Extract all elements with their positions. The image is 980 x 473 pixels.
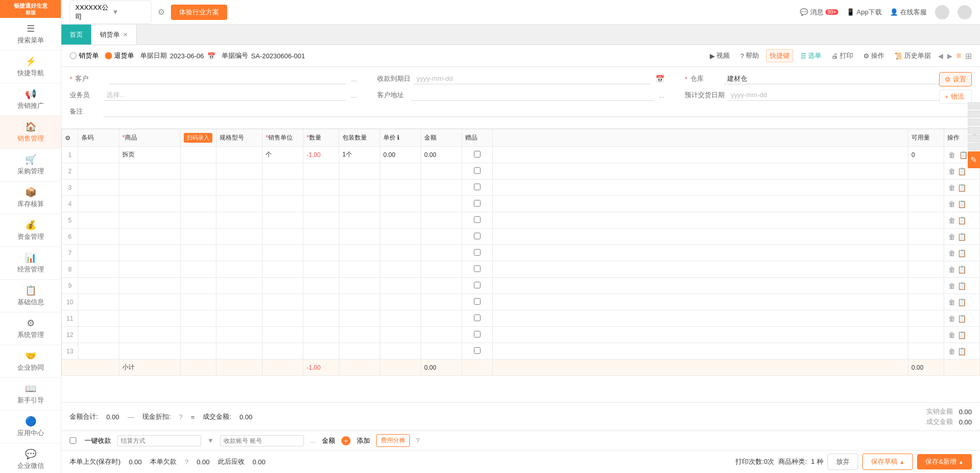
copy-row-icon[interactable]: 📋 [957,331,966,339]
gift-checkbox[interactable] [474,233,481,239]
gift-checkbox[interactable] [474,200,481,207]
credit-help-icon[interactable]: ? [185,458,188,466]
toolbar-btn-history[interactable]: 📜 历史单据 [891,50,934,62]
gift-checkbox[interactable] [474,298,481,305]
company-selector[interactable]: XXXXXX公司 ▼ [70,1,151,24]
delete-row-icon[interactable]: 🗑 [948,233,955,241]
toolbar-btn-video[interactable]: ▶ 视频 [707,50,733,62]
delete-row-icon[interactable]: 🗑 [948,184,955,192]
copy-row-icon[interactable]: 📋 [957,347,966,355]
delete-row-icon[interactable]: 🗑 [948,331,955,339]
delete-row-icon[interactable]: 🗑 [948,167,955,175]
expense-split-btn[interactable]: 费用分摊 [376,434,410,447]
gift-checkbox[interactable] [474,347,481,354]
help-icon2[interactable]: ? [179,413,183,421]
delete-row-icon[interactable]: 🗑 [948,282,955,290]
salesperson-dots[interactable]: ... [351,92,357,99]
view-grid-icon[interactable]: ⊞ [965,51,972,61]
online-service-btn[interactable]: 👤 在线客服 [890,8,927,17]
sidebar-item-basic-info[interactable]: 📋 基础信息 [0,280,61,312]
payment-due-input[interactable] [413,73,650,84]
customer-address-input[interactable] [411,89,654,101]
customer-dots[interactable]: ... [351,75,357,83]
delete-row-icon[interactable]: 🗑 [948,249,955,257]
log-btn[interactable]: 日志 [968,127,980,134]
one-click-payment-checkbox[interactable] [70,437,76,444]
gift-checkbox[interactable] [474,331,481,337]
gift-checkbox[interactable] [474,314,481,321]
sidebar-item-enterprise[interactable]: 🤝 企业协同 [0,345,61,378]
gift-checkbox[interactable] [474,265,481,272]
gift-checkbox[interactable] [474,282,481,288]
customer-address-dots[interactable]: ... [659,92,664,99]
action-panel-btn[interactable]: ✎ [968,151,980,168]
approval-btn[interactable]: 审批 [968,135,980,142]
sidebar-item-operations[interactable]: 📊 经营管理 [0,247,61,280]
sidebar-item-finance[interactable]: 💰 资金管理 [0,214,61,247]
copy-row-icon[interactable]: 📋 [957,249,966,257]
account-input[interactable] [220,435,304,446]
copy-row-icon[interactable]: 📋 [957,298,966,306]
warehouse-input[interactable] [724,73,961,84]
sidebar-item-marketing[interactable]: 📢 营销推广 [0,83,61,116]
scan-barcode-btn[interactable]: 扫码录入 [184,133,212,143]
settings-action-btn[interactable]: ⚙ 设置 [939,72,972,86]
relation-btn[interactable]: 关联 [968,119,980,126]
gift-checkbox[interactable] [474,216,481,223]
save-draft-btn[interactable]: 保存草稿 ▲ [862,454,913,470]
nav-prev-icon[interactable]: ◀ [938,52,943,60]
sidebar-item-system[interactable]: ⚙ 系统管理 [0,312,61,345]
logistics-action-btn[interactable]: + 物流 [939,89,972,104]
sidebar-item-wechat[interactable]: 💬 企业微信 [0,443,61,473]
cell-barcode[interactable] [78,147,119,163]
save-draft-chevron[interactable]: ▲ [900,459,905,465]
delete-row-icon[interactable]: 🗑 [948,314,955,323]
copy-row-icon[interactable]: 📋 [957,282,966,290]
expense-help-icon[interactable]: ? [416,437,420,444]
delete-row-icon[interactable]: 🗑 [948,216,955,224]
copy-row-icon[interactable]: 📋 [957,233,966,241]
copy-row-icon[interactable]: 📋 [959,151,968,159]
nav-next-icon[interactable]: ▶ [947,52,952,60]
user-avatar[interactable] [935,5,949,19]
tab-home[interactable]: 首页 [61,25,92,44]
sidebar-item-sales[interactable]: 🏠 销售管理 [0,116,61,149]
remarks-input[interactable] [103,106,972,117]
gift-checkbox[interactable] [474,184,481,190]
cell-unit-price[interactable]: 0.00 [380,147,421,163]
delete-row-icon[interactable]: 🗑 [948,151,955,159]
delete-row-icon[interactable]: 🗑 [948,200,955,208]
tab-close-icon[interactable]: ✕ [123,31,128,38]
gift-checkbox[interactable] [474,249,481,256]
message-btn[interactable]: 💬 消息 99+ [800,8,838,17]
customer-input[interactable] [109,73,346,84]
save-new-chevron[interactable]: ▲ [959,459,964,465]
toolbar-btn-select[interactable]: ☰ 选单 [797,50,824,62]
sidebar-item-purchase[interactable]: 🛒 采购管理 [0,149,61,182]
calendar-icon[interactable]: 📅 [207,52,215,60]
price-change-btn[interactable]: 改价 [968,143,980,150]
delete-row-icon[interactable]: 🗑 [948,298,955,306]
date-picker-icon[interactable]: 📅 [656,75,664,83]
toolbar-btn-help[interactable]: ? 帮助 [737,50,761,62]
gift-checkbox[interactable] [474,167,481,174]
trial-button[interactable]: 体验行业方案 [171,5,227,20]
delivery-date-input[interactable] [728,89,958,101]
delete-row-icon[interactable]: 🗑 [948,347,955,355]
attachment-btn[interactable]: 附件 [968,110,980,118]
toolbar-btn-print[interactable]: 🖨 打印 [829,50,856,62]
toolbar-btn-operate[interactable]: ⚙ 操作 [860,50,887,62]
save-new-btn[interactable]: 保存&新增 ▲ [917,454,972,469]
sidebar-item-quick-nav[interactable]: ⚡ 快捷导航 [0,51,61,83]
radio-return-order[interactable]: 退货单 [105,51,134,60]
payment-method-input[interactable] [117,435,201,446]
gift-checkbox[interactable] [474,151,481,157]
cell-amount[interactable]: 0.00 [421,147,462,163]
cell-pkg-qty[interactable]: 1个 [339,147,380,163]
cell-spec[interactable] [216,147,263,163]
cell-remark[interactable] [493,147,908,163]
delete-row-icon[interactable]: 🗑 [948,265,955,274]
cell-product[interactable]: 拆页 [119,147,181,163]
settings-icon[interactable]: ⚙ [158,7,165,17]
sidebar-item-search[interactable]: ☰ 搜索菜单 [0,18,61,51]
